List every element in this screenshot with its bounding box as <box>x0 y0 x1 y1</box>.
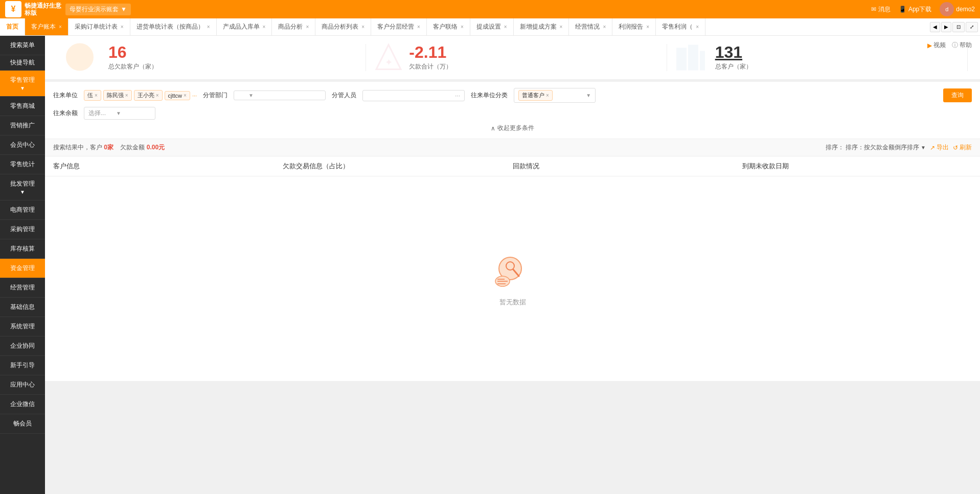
play-icon: ▶ <box>927 42 932 49</box>
total-debt-amount-value: -2.11 <box>409 44 452 60</box>
account-selector[interactable]: 母婴行业演示账套 ▼ <box>65 4 131 15</box>
close-tab-promotion-settings[interactable]: × <box>504 24 507 30</box>
nav-expand-btn[interactable]: ⊡ <box>952 22 965 32</box>
results-actions: 排序： 排序：按欠款金额倒序排序 ▼ ↗ 导出 ↺ 刷新 <box>826 143 972 152</box>
sidebar-item-system-mgmt[interactable]: 系统管理 <box>0 317 45 336</box>
sidebar-item-inventory-check[interactable]: 库存核算 <box>0 239 45 259</box>
top-bar-right: ✉ 消息 📱 App下载 d demo2 <box>871 2 975 16</box>
close-tab-retail-profit[interactable]: × <box>696 24 699 30</box>
export-icon: ↗ <box>930 144 935 151</box>
total-debt-amount-label: 欠款合计（万） <box>409 62 452 71</box>
avatar: d <box>940 2 954 16</box>
tab-home[interactable]: 首页 <box>0 18 25 36</box>
sidebar-item-finance-mgmt[interactable]: 资金管理 <box>0 259 45 278</box>
close-tab-goods-analysis[interactable]: × <box>306 24 309 30</box>
close-tab-stock-stats[interactable]: × <box>207 24 210 30</box>
stats-row: ¥ 16 总欠款客户（家） ✦ <box>45 36 980 80</box>
table-body: 暂无数据 <box>45 176 980 381</box>
chevron-down-dept: ▼ <box>248 93 254 98</box>
sidebar-item-wholesale-mgmt[interactable]: 批发管理 ▼ <box>0 174 45 200</box>
chevron-down-icon: ▼ <box>20 85 25 91</box>
sidebar-item-app-center[interactable]: 应用中心 <box>0 375 45 395</box>
empty-state: 暂无数据 <box>492 251 533 307</box>
data-table: 客户信息 欠款交易信息（占比） 回款情况 到期未收款日期 <box>45 156 980 381</box>
tab-customer-contact[interactable]: 客户联络 × <box>427 18 470 36</box>
nav-prev-btn[interactable]: ◀ <box>930 22 940 32</box>
message-btn[interactable]: ✉ 消息 <box>871 5 891 14</box>
unit-category-select[interactable]: 普通客户 × ▼ <box>514 88 596 103</box>
nav-fullscreen-btn[interactable]: ⤢ <box>966 22 978 32</box>
tab-customer-book[interactable]: 客户账本 × <box>25 18 69 36</box>
stat-total-debt-customers: ¥ 16 总欠款客户（家） <box>57 44 366 71</box>
tab-goods-analysis[interactable]: 商品分析 × <box>272 18 315 36</box>
sort-btn[interactable]: 排序： 排序：按欠款金额倒序排序 ▼ <box>826 143 926 152</box>
sidebar-item-member-center[interactable]: 会员中心 <box>0 136 45 155</box>
tab-promotion-settings[interactable]: 提成设置 × <box>470 18 514 36</box>
sidebar-item-vip-member[interactable]: 畅会员 <box>0 414 45 434</box>
sidebar-item-marketing[interactable]: 营销推广 <box>0 116 45 136</box>
total-debt-customers-value: 16 <box>108 44 157 60</box>
sidebar-item-purchase-mgmt[interactable]: 采购管理 <box>0 220 45 239</box>
remain-filter-select[interactable]: 选择... ▼ <box>84 107 155 120</box>
table-header: 客户信息 欠款交易信息（占比） 回款情况 到期未收款日期 <box>45 156 980 176</box>
export-btn[interactable]: ↗ 导出 <box>930 143 949 152</box>
sidebar-item-retail-mgmt[interactable]: 零售管理 ▼ <box>0 71 45 97</box>
video-help-btn[interactable]: ▶ 视频 <box>927 41 946 50</box>
col-due-date: 到期未收款日期 <box>742 162 972 171</box>
sidebar-item-retail-stats[interactable]: 零售统计 <box>0 155 45 174</box>
sidebar-item-enterprise-coop[interactable]: 企业协同 <box>0 336 45 356</box>
close-tab-customer-book[interactable]: × <box>59 24 62 30</box>
tab-goods-analysis-list[interactable]: 商品分析列表 × <box>315 18 371 36</box>
remain-filter-label: 往来余额 <box>53 109 78 118</box>
ellipsis-icon: ··· <box>455 92 460 99</box>
remove-tag-wu[interactable]: × <box>95 93 98 98</box>
close-tab-operations[interactable]: × <box>603 24 606 30</box>
close-tab-purchase-order[interactable]: × <box>121 24 124 30</box>
tab-purchase-order[interactable]: 采购订单统计表 × <box>69 18 130 36</box>
sidebar-quick-nav[interactable]: 快捷导航 <box>0 55 45 71</box>
results-summary: 搜索结果中，客户 0家 欠款金额 0.00元 <box>53 143 165 152</box>
tab-customer-tier[interactable]: 客户分层经营 × <box>371 18 427 36</box>
tab-new-promotion[interactable]: 新增提成方案 × <box>514 18 569 36</box>
filter-more-btn[interactable]: ··· <box>192 93 197 99</box>
remove-tag-normal-customer[interactable]: × <box>546 93 549 98</box>
remove-tag-cjttcw[interactable]: × <box>184 93 187 98</box>
sidebar-item-new-guide[interactable]: 新手引导 <box>0 356 45 375</box>
nav-tabs: 首页 客户账本 × 采购订单统计表 × 进货单统计表（按商品） × 产成品入库单… <box>0 18 980 36</box>
close-tab-profit-report[interactable]: × <box>646 24 649 30</box>
close-tab-goods-analysis-list[interactable]: × <box>361 24 364 30</box>
sidebar-item-basic-info[interactable]: 基础信息 <box>0 298 45 317</box>
close-tab-new-promotion[interactable]: × <box>560 24 563 30</box>
tab-product-in[interactable]: 产成品入库单 × <box>217 18 272 36</box>
filter-area: 往来单位 伍 × 陈民强 × 王小亮 × <box>45 82 980 139</box>
total-customers-label: 总客户（家） <box>715 62 752 71</box>
refresh-btn[interactable]: ↺ 刷新 <box>953 143 972 152</box>
tab-operations[interactable]: 经营情况 × <box>569 18 612 36</box>
dept-filter-label: 分管部门 <box>203 91 227 100</box>
sidebar-item-enterprise-wechat[interactable]: 企业微信 <box>0 395 45 414</box>
staff-filter-input[interactable]: ··· <box>362 90 465 101</box>
nav-next-btn[interactable]: ▶ <box>941 22 951 32</box>
sidebar-item-retail-mall[interactable]: 零售商城 <box>0 97 45 116</box>
nav-arrows: ◀ ▶ ⊡ ⤢ <box>928 22 980 32</box>
remove-tag-chen[interactable]: × <box>125 93 128 98</box>
help-btn[interactable]: ⓘ 帮助 <box>952 41 972 50</box>
tab-retail-profit[interactable]: 零售利润（ × <box>656 18 705 36</box>
close-tab-customer-tier[interactable]: × <box>417 24 420 30</box>
tab-stock-stats[interactable]: 进货单统计表（按商品） × <box>130 18 217 36</box>
collapse-btn[interactable]: ∧ 收起更多条件 <box>53 124 972 132</box>
close-tab-customer-contact[interactable]: × <box>461 24 464 30</box>
app-download-btn[interactable]: 📱 App下载 <box>899 5 931 14</box>
query-button[interactable]: 查询 <box>943 88 972 102</box>
chevron-down-category: ▼ <box>586 93 591 98</box>
dept-filter-select[interactable]: ▼ <box>234 91 326 100</box>
tab-profit-report[interactable]: 利润报告 × <box>612 18 656 36</box>
sidebar-search[interactable]: 搜索菜单 <box>0 36 45 55</box>
sidebar-item-operations-mgmt[interactable]: 经营管理 <box>0 278 45 298</box>
user-avatar-btn[interactable]: d demo2 <box>940 2 975 16</box>
close-tab-product-in[interactable]: × <box>263 24 266 30</box>
chevron-up-icon: ∧ <box>491 125 495 132</box>
remove-tag-wang[interactable]: × <box>156 93 159 98</box>
sidebar-item-ecommerce-mgmt[interactable]: 电商管理 <box>0 200 45 220</box>
unit-category-label: 往来单位分类 <box>471 91 508 100</box>
